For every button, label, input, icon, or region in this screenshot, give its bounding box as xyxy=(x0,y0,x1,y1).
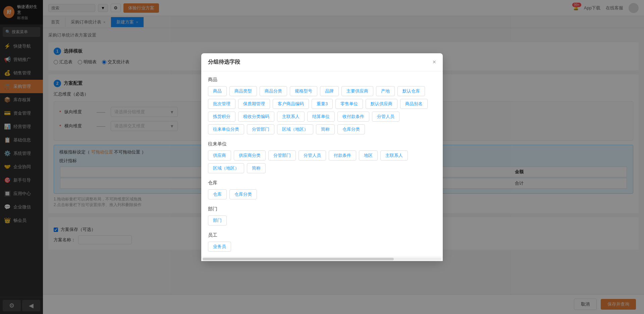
field-tag-partner-4[interactable]: 付款条件 xyxy=(329,150,356,161)
field-tags-product: 商品 商品类型 商品分类 规格型号 品牌 主要供应商 产地 默认仓库 批次管理 … xyxy=(208,86,436,134)
modal-title: 分组待选字段 xyxy=(208,59,240,66)
field-select-modal: 分组待选字段 × 商品 商品 商品类型 商品分类 规格型号 品牌 主要供应商 产… xyxy=(201,53,443,261)
field-tags-partner: 供应商 供应商分类 分管部门 分管人员 付款条件 地区 主联系人 区域（地区） … xyxy=(208,150,436,173)
field-tag-product-21[interactable]: 往来单位分类 xyxy=(208,124,244,134)
field-tags-dept: 部门 xyxy=(208,215,436,226)
field-tag-product-12[interactable]: 零售单位 xyxy=(335,99,363,109)
field-tag-product-2[interactable]: 商品分类 xyxy=(260,86,287,96)
field-tag-partner-1[interactable]: 供应商分类 xyxy=(234,150,266,161)
field-tag-partner-3[interactable]: 分管人员 xyxy=(299,150,326,161)
field-group-product-title: 商品 xyxy=(208,77,436,83)
field-tag-product-14[interactable]: 商品别名 xyxy=(400,99,428,109)
field-tag-product-24[interactable]: 简称 xyxy=(316,124,335,134)
field-tag-product-20[interactable]: 分管人员 xyxy=(372,112,399,122)
field-group-warehouse: 仓库 仓库 仓库分类 xyxy=(208,180,436,199)
field-group-product: 商品 商品 商品类型 商品分类 规格型号 品牌 主要供应商 产地 默认仓库 批次… xyxy=(208,77,436,134)
modal-body: 商品 商品 商品类型 商品分类 规格型号 品牌 主要供应商 产地 默认仓库 批次… xyxy=(201,71,443,257)
field-group-partner: 往来单位 供应商 供应商分类 分管部门 分管人员 付款条件 地区 主联系人 区域… xyxy=(208,141,436,173)
field-tag-partner-2[interactable]: 分管部门 xyxy=(268,150,296,161)
field-tag-product-6[interactable]: 产地 xyxy=(376,86,395,96)
field-tag-product-9[interactable]: 保质期管理 xyxy=(238,99,270,109)
field-tag-product-16[interactable]: 税收分类编码 xyxy=(238,112,274,122)
field-tags-warehouse: 仓库 仓库分类 xyxy=(208,189,436,199)
field-tag-partner-8[interactable]: 简称 xyxy=(247,163,266,173)
field-tag-dept-0[interactable]: 部门 xyxy=(208,215,227,226)
field-group-partner-title: 往来单位 xyxy=(208,141,436,147)
field-tag-product-5[interactable]: 主要供应商 xyxy=(341,86,373,96)
field-group-warehouse-title: 仓库 xyxy=(208,180,436,186)
field-tag-partner-5[interactable]: 地区 xyxy=(359,150,378,161)
field-tag-product-7[interactable]: 默认仓库 xyxy=(397,86,425,96)
horizontal-scrollbar[interactable] xyxy=(203,258,441,260)
field-group-staff-title: 员工 xyxy=(208,232,436,238)
field-group-dept: 部门 部门 xyxy=(208,206,436,226)
field-tag-product-22[interactable]: 分管部门 xyxy=(247,124,274,134)
modal-scrollbar-area xyxy=(201,257,443,261)
field-tag-product-10[interactable]: 客户商品编码 xyxy=(273,99,309,109)
field-tag-product-23[interactable]: 区域（地区） xyxy=(277,124,313,134)
field-tag-product-8[interactable]: 批次管理 xyxy=(208,99,235,109)
scrollbar-thumb xyxy=(203,258,394,260)
field-tag-product-17[interactable]: 主联系人 xyxy=(277,112,305,122)
field-group-staff: 员工 业务员 xyxy=(208,232,436,252)
field-tag-product-0[interactable]: 商品 xyxy=(208,86,227,96)
field-tag-staff-0[interactable]: 业务员 xyxy=(208,242,231,252)
field-tag-product-19[interactable]: 收付款条件 xyxy=(337,112,369,122)
field-tag-product-4[interactable]: 品牌 xyxy=(320,86,339,96)
modal-close-button[interactable]: × xyxy=(432,59,436,66)
field-group-dept-title: 部门 xyxy=(208,206,436,212)
field-tag-product-18[interactable]: 结算单位 xyxy=(307,112,335,122)
field-tag-warehouse-0[interactable]: 仓库 xyxy=(208,189,227,199)
field-tag-product-11[interactable]: 重量3 xyxy=(312,99,333,109)
field-tag-warehouse-1[interactable]: 仓库分类 xyxy=(229,189,257,199)
field-tag-partner-0[interactable]: 供应商 xyxy=(208,150,231,161)
field-tags-staff: 业务员 xyxy=(208,242,436,252)
field-tag-product-3[interactable]: 规格型号 xyxy=(290,86,317,96)
field-tag-product-13[interactable]: 默认供应商 xyxy=(366,99,397,109)
modal-header: 分组待选字段 × xyxy=(201,53,443,71)
field-tag-partner-6[interactable]: 主联系人 xyxy=(380,150,408,161)
field-tag-product-25[interactable]: 仓库分类 xyxy=(337,124,365,134)
field-tag-product-15[interactable]: 拣货积分 xyxy=(208,112,235,122)
field-tag-product-1[interactable]: 商品类型 xyxy=(229,86,257,96)
modal-overlay: 分组待选字段 × 商品 商品 商品类型 商品分类 规格型号 品牌 主要供应商 产… xyxy=(0,0,644,314)
field-tag-partner-7[interactable]: 区域（地区） xyxy=(208,163,244,173)
